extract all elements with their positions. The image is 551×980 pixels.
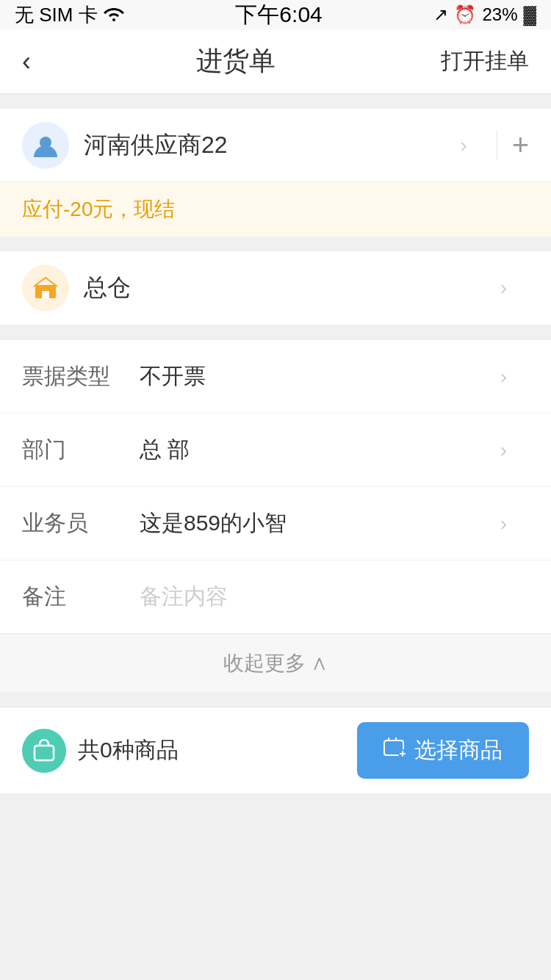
top-divider: [0, 94, 551, 109]
status-time: 下午6:04: [235, 0, 322, 30]
middle-divider-1: [0, 237, 551, 251]
location-icon: ↗: [433, 4, 448, 25]
page-title: 进货单: [196, 43, 276, 79]
supplier-section: 河南供应商22 › + 应付-20元，现结: [0, 109, 551, 237]
battery-icon: ▓: [523, 4, 536, 25]
open-pending-button[interactable]: 打开挂单: [441, 46, 529, 76]
bottom-bar: 共0种商品 选择商品: [0, 707, 551, 793]
warehouse-chevron-icon: ›: [500, 276, 507, 300]
invoice-row[interactable]: 票据类型 不开票 ›: [0, 339, 551, 413]
gray-background: [0, 793, 551, 980]
product-count-text: 共0种商品: [78, 735, 179, 765]
supplier-row[interactable]: 河南供应商22 › +: [0, 109, 551, 182]
status-bar: 无 SIM 卡 下午6:04 ↗ ⏰ 23% ▓: [0, 0, 551, 29]
sales-value: 这是859的小智: [125, 508, 500, 538]
invoice-chevron-icon: ›: [500, 365, 507, 389]
add-supplier-button[interactable]: +: [512, 129, 529, 162]
invoice-label: 票据类型: [22, 361, 125, 392]
sales-row[interactable]: 业务员 这是859的小智 ›: [0, 486, 551, 560]
warehouse-icon: [22, 264, 69, 311]
warehouse-section: 总仓 ›: [0, 251, 551, 325]
remark-row[interactable]: 备注 备注内容: [0, 560, 551, 633]
select-product-label: 选择商品: [414, 735, 503, 765]
remark-label: 备注: [22, 582, 125, 612]
carrier-text: 无 SIM 卡: [15, 2, 98, 28]
supplier-notice: 应付-20元，现结: [0, 182, 551, 237]
status-left: 无 SIM 卡: [15, 2, 124, 28]
product-count-icon: [22, 729, 66, 773]
sales-chevron-icon: ›: [500, 512, 507, 536]
middle-divider-2: [0, 325, 551, 339]
select-product-button[interactable]: 选择商品: [357, 722, 529, 779]
supplier-divider: [497, 131, 497, 160]
back-button[interactable]: ‹: [22, 46, 31, 77]
dept-label: 部门: [22, 435, 125, 465]
select-product-icon: [383, 738, 407, 763]
warehouse-row[interactable]: 总仓 ›: [0, 251, 551, 325]
svg-rect-3: [35, 746, 54, 760]
sales-label: 业务员: [22, 508, 125, 538]
form-section: 票据类型 不开票 › 部门 总 部 › 业务员 这是859的小智 › 备注 备注…: [0, 339, 551, 692]
alarm-icon: ⏰: [454, 4, 476, 25]
supplier-avatar: [22, 122, 69, 169]
product-count-wrap: 共0种商品: [22, 729, 179, 773]
remark-input[interactable]: 备注内容: [125, 582, 529, 612]
collapse-button[interactable]: 收起更多 ∧: [0, 633, 551, 692]
dept-chevron-icon: ›: [500, 439, 507, 462]
dept-value: 总 部: [125, 435, 500, 465]
svg-rect-2: [42, 291, 49, 298]
status-right: ↗ ⏰ 23% ▓: [433, 4, 536, 25]
invoice-value: 不开票: [125, 361, 500, 392]
bottom-divider: [0, 692, 551, 707]
nav-bar: ‹ 进货单 打开挂单: [0, 29, 551, 94]
dept-row[interactable]: 部门 总 部 ›: [0, 413, 551, 486]
collapse-label: 收起更多 ∧: [223, 649, 328, 677]
wifi-icon: [104, 4, 124, 26]
warehouse-name: 总仓: [84, 272, 500, 304]
battery-text: 23%: [482, 4, 517, 25]
supplier-chevron-icon: ›: [460, 134, 467, 157]
supplier-name: 河南供应商22: [84, 129, 460, 162]
